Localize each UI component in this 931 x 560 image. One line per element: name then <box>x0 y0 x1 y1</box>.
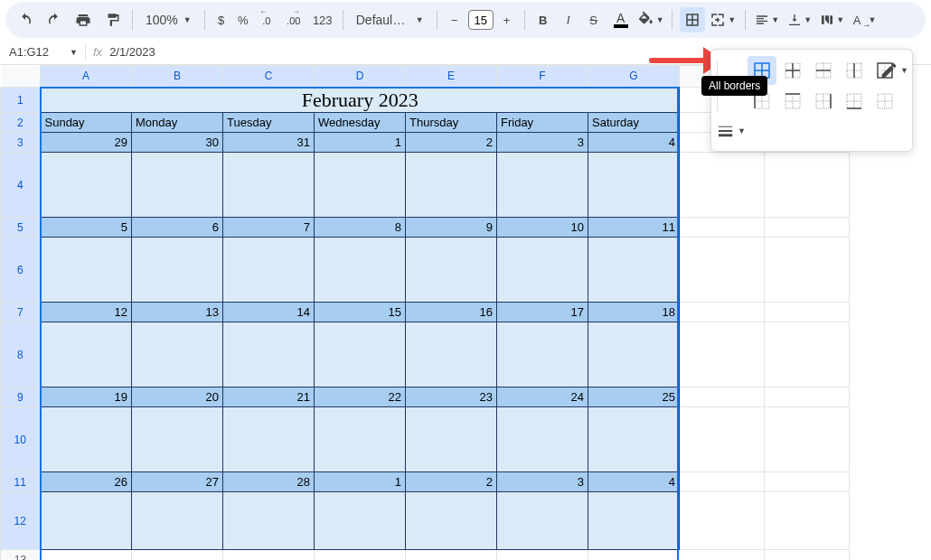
calendar-cell[interactable] <box>406 322 497 387</box>
text-wrap-button[interactable]: ▼ <box>818 7 847 33</box>
calendar-day[interactable]: 7 <box>223 218 315 238</box>
row-header[interactable]: 6 <box>1 238 41 303</box>
calendar-cell[interactable] <box>497 153 588 218</box>
calendar-cell[interactable] <box>132 492 223 550</box>
calendar-cell[interactable] <box>588 153 680 218</box>
calendar-day[interactable]: 30 <box>132 133 223 153</box>
calendar-day[interactable]: 28 <box>223 472 315 492</box>
cell[interactable] <box>680 303 765 322</box>
calendar-day[interactable]: 29 <box>41 133 132 153</box>
select-all-corner[interactable] <box>1 66 41 88</box>
italic-button[interactable]: I <box>558 7 579 33</box>
calendar-cell[interactable] <box>315 322 406 387</box>
calendar-cell[interactable] <box>497 238 588 303</box>
calendar-cell[interactable] <box>132 322 223 387</box>
row-header[interactable]: 3 <box>1 133 41 153</box>
cell[interactable] <box>680 153 765 218</box>
calendar-day[interactable]: 25 <box>588 387 680 407</box>
calendar-cell[interactable] <box>406 153 497 218</box>
cell[interactable] <box>680 550 765 561</box>
row-header[interactable]: 12 <box>1 492 41 550</box>
border-vertical-button[interactable] <box>840 56 869 85</box>
name-box[interactable]: A1:G12▼ <box>0 45 85 59</box>
col-header[interactable]: E <box>406 66 497 88</box>
calendar-day[interactable]: 9 <box>406 218 497 238</box>
row-header[interactable]: 11 <box>1 472 41 492</box>
cell[interactable] <box>765 153 850 218</box>
row-header[interactable]: 13 <box>1 550 41 561</box>
calendar-cell[interactable] <box>497 322 588 387</box>
calendar-cell[interactable] <box>223 238 315 303</box>
calendar-cell[interactable] <box>406 492 497 550</box>
calendar-cell[interactable] <box>132 153 223 218</box>
more-formats-button[interactable]: 123 <box>310 7 335 33</box>
calendar-day[interactable]: 8 <box>315 218 406 238</box>
calendar-cell[interactable] <box>588 322 680 387</box>
decrease-decimal-button[interactable]: .0← <box>256 7 277 33</box>
calendar-day[interactable]: 2 <box>406 472 497 492</box>
cell[interactable] <box>680 218 765 238</box>
calendar-cell[interactable] <box>315 407 406 472</box>
calendar-day[interactable]: 21 <box>223 387 315 407</box>
cell[interactable] <box>315 550 406 561</box>
calendar-cell[interactable] <box>588 407 680 472</box>
border-style-button[interactable]: ▼ <box>717 117 746 145</box>
cell[interactable] <box>497 550 588 561</box>
print-button[interactable] <box>71 7 96 33</box>
calendar-dow[interactable]: Thursday <box>406 113 497 133</box>
border-inner-button[interactable] <box>778 56 807 85</box>
calendar-day[interactable]: 1 <box>315 133 406 153</box>
cell[interactable] <box>680 387 765 407</box>
calendar-dow[interactable]: Monday <box>132 113 223 133</box>
calendar-day[interactable]: 4 <box>588 133 680 153</box>
increase-font-button[interactable]: + <box>497 7 517 33</box>
calendar-cell[interactable] <box>41 492 132 550</box>
calendar-day[interactable]: 12 <box>41 303 132 322</box>
cell[interactable] <box>765 238 850 303</box>
cell[interactable] <box>765 218 850 238</box>
calendar-cell[interactable] <box>41 322 132 387</box>
redo-button[interactable] <box>42 7 67 33</box>
calendar-cell[interactable] <box>315 238 406 303</box>
row-header[interactable]: 7 <box>1 303 41 322</box>
cell[interactable] <box>680 238 765 303</box>
calendar-day[interactable]: 24 <box>497 387 588 407</box>
calendar-cell[interactable] <box>223 492 315 550</box>
calendar-cell[interactable] <box>132 407 223 472</box>
text-color-button[interactable]: A <box>608 7 634 33</box>
fill-color-button[interactable]: ▼ <box>637 7 664 33</box>
font-size-input[interactable] <box>468 10 494 30</box>
calendar-day[interactable]: 3 <box>497 133 588 153</box>
calendar-day[interactable]: 5 <box>41 218 132 238</box>
calendar-day[interactable]: 17 <box>497 303 588 322</box>
calendar-dow[interactable]: Wednesday <box>315 113 406 133</box>
calendar-cell[interactable] <box>223 407 315 472</box>
calendar-cell[interactable] <box>41 407 132 472</box>
col-header[interactable]: G <box>588 66 680 88</box>
calendar-cell[interactable] <box>315 153 406 218</box>
cell[interactable] <box>765 407 850 472</box>
col-header[interactable]: F <box>497 66 588 88</box>
row-header[interactable]: 4 <box>1 153 41 218</box>
calendar-cell[interactable] <box>223 322 315 387</box>
text-rotation-button[interactable]: A→▼ <box>851 7 879 33</box>
cell[interactable] <box>765 472 850 492</box>
calendar-day[interactable]: 19 <box>41 387 132 407</box>
cell[interactable] <box>223 550 315 561</box>
row-header[interactable]: 8 <box>1 322 41 387</box>
calendar-cell[interactable] <box>41 153 132 218</box>
border-none-button[interactable] <box>870 87 899 116</box>
row-header[interactable]: 1 <box>1 88 41 113</box>
cell[interactable] <box>765 387 850 407</box>
calendar-day[interactable]: 16 <box>406 303 497 322</box>
row-header[interactable]: 2 <box>1 113 41 133</box>
col-header[interactable]: A <box>41 66 132 88</box>
zoom-dropdown[interactable]: 100%▼ <box>140 13 197 27</box>
col-header[interactable]: D <box>315 66 406 88</box>
calendar-day[interactable]: 4 <box>588 472 680 492</box>
borders-button[interactable] <box>680 7 705 33</box>
formula-input[interactable]: 2/1/2023 <box>109 45 155 59</box>
cell[interactable] <box>680 407 765 472</box>
calendar-cell[interactable] <box>223 153 315 218</box>
percent-button[interactable]: % <box>234 7 252 33</box>
